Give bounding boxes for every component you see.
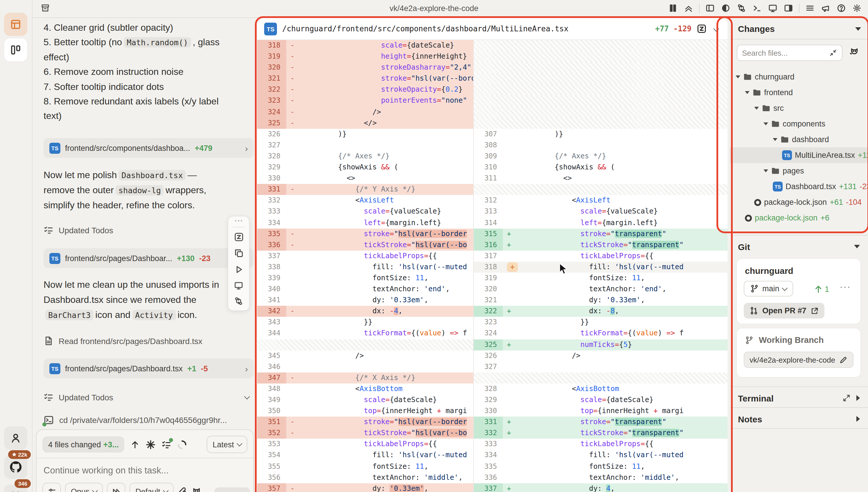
- discord-button[interactable]: 346: [4, 485, 27, 492]
- terminal-command-row[interactable]: cd /private/var/folders/10/h7w0q46556ggr…: [44, 415, 227, 425]
- tree-item-pages[interactable]: pages: [730, 163, 868, 179]
- tree-item-frontend[interactable]: frontend: [730, 85, 868, 100]
- sparkle-icon[interactable]: [146, 440, 156, 449]
- diff-row[interactable]: 323- pointerEvents="none": [257, 95, 727, 106]
- updated-todos-row-2[interactable]: Updated Todos: [44, 392, 249, 402]
- terminal-prompt-icon[interactable]: [752, 3, 762, 13]
- megaphone-icon[interactable]: [820, 3, 831, 13]
- todos-icon[interactable]: [162, 440, 171, 449]
- diff-row[interactable]: 343 }}323 }}: [257, 317, 727, 328]
- panel-right-icon[interactable]: [783, 3, 794, 13]
- diff-row[interactable]: 339 fontSize: 11,319 fontSize: 11,: [257, 273, 727, 284]
- gear-icon[interactable]: [852, 3, 862, 13]
- diff-row[interactable]: 336- tickStroke="hsl(var(--bo316+ tickSt…: [257, 239, 727, 250]
- diff-row[interactable]: 353 tickLabelProps={{333 tickLabelProps=…: [257, 439, 727, 450]
- search-files-input[interactable]: Search files...: [737, 45, 842, 61]
- git-compare-icon[interactable]: [234, 296, 243, 306]
- menu-icon[interactable]: [805, 3, 815, 13]
- copy-icon[interactable]: [234, 248, 243, 258]
- caret-down-icon[interactable]: [764, 122, 768, 125]
- diff-row[interactable]: 347- {/* X Axis */}: [257, 372, 727, 384]
- layout-panel-button[interactable]: [4, 13, 27, 36]
- files-changed-chip[interactable]: 4 files changed +3...: [42, 436, 124, 452]
- updated-todos-row[interactable]: Updated Todos: [44, 225, 113, 235]
- working-branch-input[interactable]: vk/4e2a-explore-the-code: [744, 351, 853, 368]
- scroll-up-icon[interactable]: [130, 440, 140, 449]
- branch-dropdown[interactable]: main: [744, 281, 793, 296]
- model-dropdown[interactable]: Opus: [65, 483, 103, 492]
- monitor-icon[interactable]: [768, 3, 778, 13]
- diff-row[interactable]: 331- {/* Y Axis */}: [257, 184, 727, 195]
- diff-row[interactable]: 349 scale={dateScale}329 scale={dateScal…: [257, 395, 727, 405]
- file-chip-multilinearea[interactable]: TS frontend/src/components/dashboa... +4…: [44, 138, 254, 158]
- diff-row[interactable]: 340 textAnchor: 'end',320 textAnchor: 'e…: [257, 284, 727, 295]
- git-compare-icon[interactable]: [736, 3, 747, 13]
- diff-row[interactable]: 350 top={innerHeight + margi330 top={inn…: [257, 405, 727, 417]
- diff-row[interactable]: 325- </>: [257, 118, 727, 128]
- github-button[interactable]: 22k: [4, 456, 27, 479]
- diff-row[interactable]: 324- />: [257, 106, 727, 118]
- diff-row[interactable]: 325+ numTicks={5}: [257, 339, 727, 350]
- play-icon[interactable]: [234, 265, 243, 274]
- diff-row[interactable]: 357- dy: '0.33em',337+ dy: 4,: [257, 483, 727, 492]
- diff-row[interactable]: 356 textAnchor: 'middle',336 textAnchor:…: [257, 472, 727, 483]
- diff-row[interactable]: 341 dy: '0.33em',321 dy: '0.33em',: [257, 295, 727, 306]
- diff-row[interactable]: 328 {/* Axes */}309 {/* Axes */}: [257, 151, 727, 162]
- git-section-header[interactable]: Git: [730, 239, 868, 254]
- file-chip-dashboard[interactable]: TS frontend/src/pages/Dashboard.tsx +1 -…: [44, 359, 254, 378]
- z-diff-icon[interactable]: [697, 24, 707, 34]
- tree-item-components[interactable]: components: [730, 116, 868, 132]
- diff-row[interactable]: 319- height={innerHeight}: [257, 51, 727, 62]
- mode-dropdown[interactable]: Default: [130, 483, 174, 492]
- open-pr-button[interactable]: Open PR #7: [744, 303, 824, 319]
- tree-item-dashboard-tsx[interactable]: TSDashboard.tsx+131-233: [730, 179, 868, 194]
- diff-row[interactable]: 332 <AxisLeft312 <AxisLeft: [257, 195, 727, 206]
- file-chip-dashboard-progress[interactable]: TS frontend/src/pages/Dashboar... +130 -…: [44, 248, 254, 268]
- diff-row[interactable]: 335- stroke="hsl(var(--border315+ stroke…: [257, 228, 727, 239]
- terminal-section-header[interactable]: Terminal: [730, 390, 868, 406]
- diff-row[interactable]: 318- scale={dateScale}: [257, 40, 727, 51]
- diff-row[interactable]: 352- tickStroke="hsl(var(--bo332+ tickSt…: [257, 428, 727, 439]
- collapse-tree-icon[interactable]: [829, 49, 837, 57]
- tree-item-multilinearea-tsx[interactable]: TSMultiLineArea.tsx+110-162: [730, 147, 868, 163]
- expand-icon[interactable]: [842, 394, 850, 402]
- collapse-up-icon[interactable]: [683, 3, 694, 13]
- caret-down-icon[interactable]: [745, 91, 750, 94]
- diff-row[interactable]: 337 tickLabelProps={{317 tickLabelProps=…: [257, 251, 727, 262]
- attach-icon[interactable]: [178, 487, 188, 492]
- latest-dropdown[interactable]: Latest: [207, 436, 247, 453]
- cat-icon[interactable]: [192, 487, 202, 492]
- chevron-down-icon[interactable]: [244, 393, 250, 399]
- collapse-diff-icon[interactable]: [713, 26, 719, 32]
- tree-item-dashboard[interactable]: dashboard: [730, 132, 868, 147]
- panel-left-icon[interactable]: [705, 3, 715, 13]
- diff-row[interactable]: 338 fill: 'hsl(var(--muted318+ fill: 'hs…: [257, 262, 727, 273]
- diff-row[interactable]: 327308: [257, 140, 727, 151]
- tree-item-churnguard[interactable]: churnguard: [730, 69, 868, 85]
- tree-item-package-lock-json[interactable]: package-lock.json+61-104: [730, 194, 868, 210]
- account-button[interactable]: [4, 426, 27, 450]
- caret-down-icon[interactable]: [736, 75, 740, 78]
- diff-row[interactable]: 345 />326 />: [257, 350, 727, 361]
- caret-down-icon[interactable]: [754, 107, 759, 110]
- diff-row[interactable]: 321- stroke="hsl(var(--border: [257, 73, 727, 84]
- diff-row[interactable]: 354 fill: 'hsl(var(--muted334 fill: 'hsl…: [257, 450, 727, 461]
- contrast-icon[interactable]: [721, 3, 731, 13]
- diff-row[interactable]: 348 <AxisBottom328 <AxisBottom: [257, 384, 727, 395]
- tree-item-src[interactable]: src: [730, 100, 868, 116]
- diff-row[interactable]: 346327: [257, 361, 727, 372]
- changes-header[interactable]: Changes: [738, 24, 775, 34]
- tree-item-package-lock-json[interactable]: package-lock.json+6: [730, 210, 868, 226]
- help-icon[interactable]: [836, 3, 846, 13]
- caret-down-icon[interactable]: [773, 138, 777, 141]
- send-button[interactable]: Send: [214, 487, 250, 492]
- diff-row[interactable]: 342- dx: -4,322+ dx: -8,: [257, 306, 727, 317]
- diff-row[interactable]: 329 {showAxis && (310 {showAxis && (: [257, 162, 727, 173]
- diff-row[interactable]: 355 fontSize: 11,335 fontSize: 11,: [257, 461, 727, 472]
- kanban-button[interactable]: [4, 38, 27, 62]
- collapse-changes-icon[interactable]: [855, 27, 861, 31]
- fast-forward-button[interactable]: [107, 483, 126, 492]
- diff-row[interactable]: 326 )}307 )}: [257, 129, 727, 140]
- settings-sliders-button[interactable]: [42, 483, 61, 492]
- diff-row[interactable]: 333 scale={valueScale}313 scale={valueSc…: [257, 206, 727, 217]
